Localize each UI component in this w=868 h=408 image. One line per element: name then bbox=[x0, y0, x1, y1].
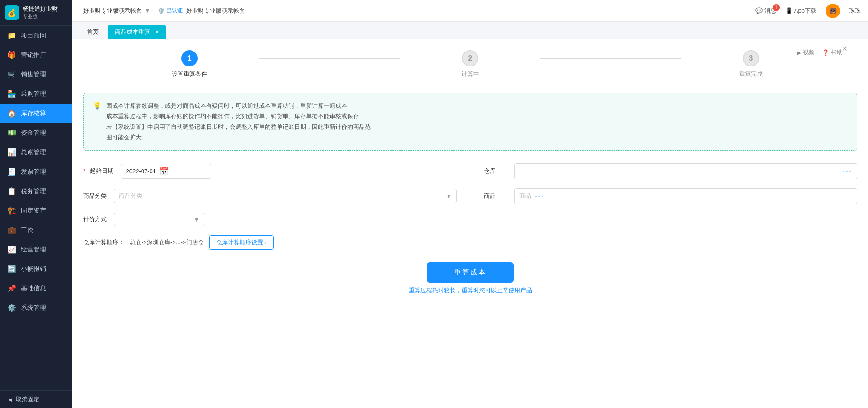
sidebar-item-label: 发票管理 bbox=[21, 168, 46, 176]
form-row-3: 计价方式 ▼ bbox=[83, 213, 857, 226]
step-3-circle: 3 bbox=[743, 50, 759, 66]
sidebar-item-label: 小畅报销 bbox=[21, 265, 46, 273]
form-row-1: * 起始日期 2022-07-01 📅 仓库 ··· bbox=[83, 163, 857, 179]
category-placeholder: 商品分类 bbox=[119, 192, 142, 200]
warehouse-order-label: 仓库计算顺序： bbox=[83, 238, 124, 247]
accounting-icon: 📊 bbox=[7, 148, 16, 157]
sidebar-item-label: 固定资产 bbox=[21, 207, 46, 215]
sidebar-item-basic[interactable]: 📌 基础信息 bbox=[0, 279, 72, 298]
tab-home[interactable]: 首页 bbox=[80, 25, 106, 39]
category-select[interactable]: 商品分类 ▼ bbox=[114, 189, 457, 203]
goods-field: 商品 商品 ··· bbox=[484, 188, 857, 204]
sidebar-item-inventory[interactable]: 🏠 库存核算 bbox=[0, 104, 72, 123]
start-date-value: 2022-07-01 bbox=[126, 168, 156, 175]
step-3-label: 重算完成 bbox=[739, 70, 763, 78]
sidebar-logo: 💰 畅捷通好业财 专业版 bbox=[0, 0, 72, 26]
start-date-input[interactable]: 2022-07-01 📅 bbox=[121, 164, 211, 179]
notice-line-1: 因成本计算参数调整，或是对商品成本有疑问时，可以通过成本重算功能，重新计算一遍成… bbox=[106, 100, 371, 111]
sidebar-item-sales[interactable]: 🛒 销售管理 bbox=[0, 65, 72, 84]
sidebar-item-label: 资金管理 bbox=[21, 129, 46, 137]
pricing-dropdown-icon: ▼ bbox=[193, 216, 199, 223]
steps-container: 1 设置重算条件 2 计算中 3 重算完成 bbox=[83, 50, 857, 78]
notice-line-2: 成本重算过程中，影响库存账的操作均不能操作，比如进货单、销货单、库存单据不能审核… bbox=[106, 111, 371, 121]
step-1-num: 1 bbox=[188, 54, 192, 62]
sidebar-item-label: 税务管理 bbox=[21, 187, 46, 195]
content-area: ✕ ⛶ ▶ 视频 ❓ 帮助 1 设置重算条件 bbox=[72, 39, 868, 408]
step-2: 2 计算中 bbox=[400, 50, 540, 78]
goods-more-icon[interactable]: ··· bbox=[535, 191, 544, 201]
sidebar-item-tax[interactable]: 📋 税务管理 bbox=[0, 181, 72, 201]
calendar-icon[interactable]: 📅 bbox=[160, 167, 169, 176]
verified-text: 已认证 bbox=[166, 7, 183, 14]
warehouse-more-icon[interactable]: ··· bbox=[843, 166, 852, 176]
sidebar-item-finance[interactable]: 💵 资金管理 bbox=[0, 123, 72, 142]
sidebar-item-accounting[interactable]: 📊 总账管理 bbox=[0, 142, 72, 162]
sidebar-item-expense[interactable]: 🔄 小畅报销 bbox=[0, 259, 72, 279]
warehouse-order-settings-button[interactable]: 仓库计算顺序设置 › bbox=[209, 235, 274, 250]
sidebar-item-purchase[interactable]: 🏪 采购管理 bbox=[0, 84, 72, 104]
category-field: 商品分类 商品分类 ▼ bbox=[83, 189, 457, 203]
basic-icon: 📌 bbox=[7, 284, 16, 293]
sidebar-item-label: 系统管理 bbox=[21, 304, 46, 312]
marketing-icon: 🎁 bbox=[7, 51, 16, 59]
notice-content: 因成本计算参数调整，或是对商品成本有疑问时，可以通过成本重算功能，重新计算一遍成… bbox=[106, 100, 371, 143]
sidebar-item-invoice[interactable]: 🧾 发票管理 bbox=[0, 162, 72, 181]
operation-icon: 📈 bbox=[7, 245, 16, 254]
username[interactable]: 珠珠 bbox=[849, 7, 861, 15]
phone-icon: 📱 bbox=[785, 7, 793, 14]
sidebar-item-marketing[interactable]: 🎁 营销推广 bbox=[0, 45, 72, 65]
account-selector[interactable]: 好业财专业版演示帐套 ▼ bbox=[80, 5, 154, 17]
sidebar-item-label: 库存核算 bbox=[21, 109, 46, 118]
sidebar-item-fixed-assets[interactable]: 🏗️ 固定资产 bbox=[0, 201, 72, 220]
verified-badge: 🛡️ 已认证 bbox=[158, 7, 183, 14]
sidebar-unpin-label: 取消固定 bbox=[16, 395, 39, 403]
sidebar-item-operation[interactable]: 📈 经营管理 bbox=[0, 240, 72, 259]
sidebar: 💰 畅捷通好业财 专业版 📁 项目顾问 🎁 营销推广 🛒 销售管理 🏪 采购管理… bbox=[0, 0, 72, 408]
sidebar-item-label: 工资 bbox=[21, 226, 33, 234]
tab-recalc[interactable]: 商品成本重算 ✕ bbox=[108, 25, 166, 39]
sidebar-item-system[interactable]: ⚙️ 系统管理 bbox=[0, 298, 72, 318]
tab-home-label: 首页 bbox=[87, 28, 99, 35]
pricing-label: 计价方式 bbox=[83, 215, 110, 223]
account-name: 好业财专业版演示帐套 bbox=[83, 7, 142, 15]
invoice-icon: 🧾 bbox=[7, 167, 16, 176]
tabbar: 首页 商品成本重算 ✕ bbox=[72, 22, 868, 39]
pricing-select[interactable]: ▼ bbox=[114, 213, 204, 226]
step-line-2 bbox=[540, 58, 680, 59]
sidebar-item-label: 营销推广 bbox=[21, 51, 46, 59]
sidebar-nav: 📁 项目顾问 🎁 营销推广 🛒 销售管理 🏪 采购管理 🏠 库存核算 💵 资金管… bbox=[0, 26, 72, 390]
app-name: 畅捷通好业财 bbox=[23, 5, 58, 13]
inventory-icon: 🏠 bbox=[7, 109, 16, 118]
avatar[interactable]: 🐻 bbox=[826, 4, 840, 18]
dropdown-icon: ▼ bbox=[145, 7, 151, 14]
finance-icon: 💵 bbox=[7, 128, 16, 137]
category-label: 商品分类 bbox=[83, 192, 110, 200]
recalc-hint: 重算过程耗时较长，重算时您可以正常使用产品 bbox=[409, 286, 532, 294]
step-1-label: 设置重算条件 bbox=[172, 70, 207, 78]
account-display-name: 好业财专业版演示帐套 bbox=[186, 7, 245, 15]
tab-close-icon[interactable]: ✕ bbox=[155, 29, 159, 35]
sidebar-item-project[interactable]: 📁 项目顾问 bbox=[0, 26, 72, 45]
warehouse-order-value: 总仓->深圳仓库->...->门店仓 bbox=[130, 238, 204, 247]
sales-icon: 🛒 bbox=[7, 70, 16, 79]
topbar-right: 💬 消息 1 📱 App下载 🐻 珠珠 bbox=[755, 4, 861, 18]
sidebar-item-label: 采购管理 bbox=[21, 90, 46, 98]
tax-icon: 📋 bbox=[7, 187, 16, 195]
message-badge: 1 bbox=[773, 4, 780, 11]
sidebar-item-salary[interactable]: 💼 工资 bbox=[0, 220, 72, 240]
message-icon: 💬 bbox=[755, 7, 763, 14]
message-button[interactable]: 💬 消息 1 bbox=[755, 7, 776, 15]
app-download-button[interactable]: 📱 App下载 bbox=[785, 7, 816, 15]
sidebar-item-label: 基础信息 bbox=[21, 285, 46, 293]
step-2-circle: 2 bbox=[462, 50, 478, 66]
goods-input[interactable]: 商品 ··· bbox=[514, 188, 857, 204]
warehouse-input[interactable]: ··· bbox=[514, 163, 857, 179]
app-version: 专业版 bbox=[23, 13, 58, 20]
purchase-icon: 🏪 bbox=[7, 90, 16, 98]
recalc-button[interactable]: 重算成本 bbox=[427, 262, 514, 283]
category-dropdown-icon: ▼ bbox=[446, 193, 452, 199]
sidebar-unpin-button[interactable]: ◄ 取消固定 bbox=[0, 390, 72, 408]
app-download-label: App下载 bbox=[794, 7, 816, 15]
goods-label: 商品 bbox=[484, 192, 511, 200]
warehouse-order-btn-label: 仓库计算顺序设置 › bbox=[216, 238, 267, 247]
